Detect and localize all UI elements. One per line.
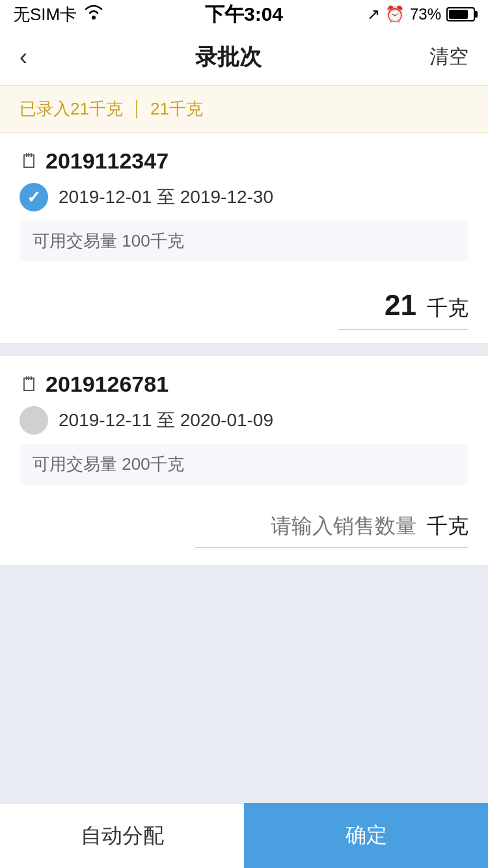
status-bar: 无SIM卡 下午3:04 ↗ ⏰ 73% — [0, 0, 488, 29]
input-divider-2 — [195, 547, 468, 548]
batch-card-1: 🗒 2019112347 ✓ 2019-12-01 至 2019-12-30 可… — [0, 133, 488, 343]
section-gap — [0, 343, 488, 356]
batch-date-2: 2019-12-11 至 2020-01-09 — [59, 408, 273, 433]
amount-row-1: 21 千克 — [0, 278, 488, 329]
amount-number-1: 21 — [385, 289, 416, 321]
batch-header-1: 🗒 2019112347 — [20, 148, 468, 174]
batch-row-2: 2019-12-11 至 2020-01-09 — [20, 406, 468, 435]
radio-selected-1[interactable]: ✓ — [20, 183, 48, 211]
availability-text-2: 可用交易量 200千克 — [33, 454, 184, 474]
back-button[interactable]: ‹ — [20, 44, 27, 71]
confirm-button[interactable]: 确定 — [244, 803, 488, 868]
batch-id-1: 2019112347 — [46, 148, 169, 174]
status-time: 下午3:04 — [205, 1, 283, 28]
battery-icon — [446, 7, 475, 21]
bottom-bar: 自动分配 确定 — [0, 803, 488, 868]
wifi-icon — [83, 4, 104, 25]
batch-doc-icon-2: 🗒 — [20, 373, 39, 396]
availability-text-1: 可用交易量 100千克 — [33, 231, 184, 251]
auto-distribute-button[interactable]: 自动分配 — [0, 803, 244, 868]
input-unit-2: 千克 — [427, 512, 468, 541]
status-left: 无SIM卡 — [13, 3, 104, 26]
batch-header-2: 🗒 2019126781 — [20, 372, 468, 397]
batch-card-2: 🗒 2019126781 2019-12-11 至 2020-01-09 可用交… — [0, 356, 488, 565]
clear-button[interactable]: 清空 — [429, 44, 468, 70]
nav-bar: ‹ 录批次 清空 — [0, 29, 488, 86]
svg-point-0 — [92, 16, 96, 20]
amount-unit-1: 千克 — [427, 294, 468, 323]
quantity-input-2[interactable] — [221, 514, 416, 538]
location-icon: ↗ — [367, 5, 380, 23]
battery-percent: 73% — [410, 5, 441, 23]
carrier-text: 无SIM卡 — [13, 3, 77, 26]
status-right: ↗ ⏰ 73% — [367, 5, 475, 23]
recorded-value: 21千克 — [150, 98, 203, 120]
input-row-2: 千克 — [0, 502, 488, 547]
batch-doc-icon-1: 🗒 — [20, 150, 39, 172]
batch-row-1: ✓ 2019-12-01 至 2019-12-30 — [20, 183, 468, 211]
batch-id-2: 2019126781 — [46, 372, 169, 397]
check-icon-1: ✓ — [27, 187, 41, 208]
page-title: 录批次 — [195, 42, 262, 72]
alarm-icon: ⏰ — [385, 5, 405, 23]
availability-box-1: 可用交易量 100千克 — [20, 221, 468, 262]
recorded-label: 已录入21千克 — [20, 98, 123, 120]
batch-date-1: 2019-12-01 至 2019-12-30 — [59, 185, 273, 210]
availability-box-2: 可用交易量 200千克 — [20, 444, 468, 485]
radio-unselected-2[interactable] — [20, 406, 48, 435]
banner-divider — [136, 100, 137, 118]
info-banner: 已录入21千克 21千克 — [0, 86, 488, 133]
